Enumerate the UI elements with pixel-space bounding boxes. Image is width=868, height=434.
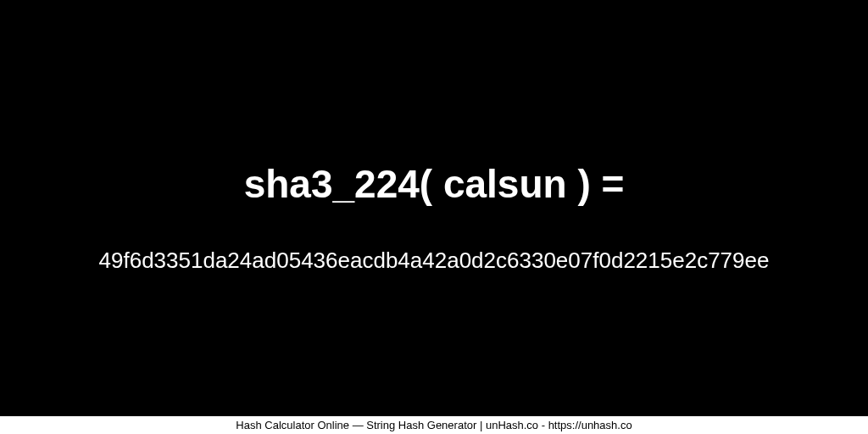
footer-link-site[interactable]: unHash.co	[486, 419, 538, 431]
footer-text: Hash Calculator Online — String Hash Gen…	[236, 419, 486, 431]
main-content: sha3_224( calsun ) = 49f6d3351da24ad0543…	[0, 0, 868, 434]
footer: Hash Calculator Online — String Hash Gen…	[0, 416, 868, 434]
footer-separator: -	[538, 419, 548, 431]
footer-link-url[interactable]: https://unhash.co	[548, 419, 632, 431]
hash-expression: sha3_224( calsun ) =	[244, 161, 625, 207]
hash-result: 49f6d3351da24ad05436eacdb4a42a0d2c6330e0…	[99, 248, 770, 274]
